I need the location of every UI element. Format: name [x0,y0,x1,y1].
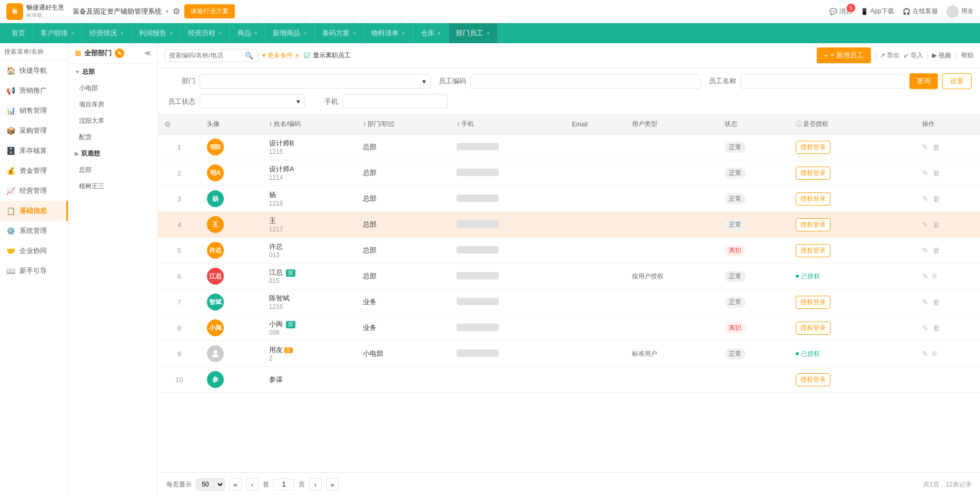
dept-tree-item-project[interactable]: 项目库房 [68,96,157,113]
query-button[interactable]: 查询 [909,73,938,89]
page-size-select[interactable]: 50 100 200 [196,478,225,491]
close-icon[interactable]: × [353,30,356,36]
help-button[interactable]: 帮助 [961,51,974,60]
tab-profit[interactable]: 利润报告 × [132,23,181,43]
tab-home[interactable]: 首页 [4,23,33,43]
delete-icon[interactable]: 🗑 [933,220,940,229]
sidebar-item-quick-nav[interactable]: 🏠 快捷导航 [0,61,68,81]
edit-icon[interactable]: ✎ [922,298,928,306]
emp-code-input[interactable] [470,74,701,89]
tab-history[interactable]: 经营历程 × [181,23,230,43]
import-button[interactable]: ↙ 导入 [904,51,923,60]
auth-button[interactable]: 授权登录 [796,167,830,180]
tab-bom[interactable]: 物料清单 × [364,23,413,43]
auth-button[interactable]: 授权登录 [796,296,830,309]
edit-icon[interactable]: ✎ [922,143,928,151]
sidebar-item-enterprise[interactable]: 🤝 企业协同 [0,241,68,261]
close-icon[interactable]: × [402,30,405,36]
page-input[interactable] [273,479,294,490]
delete-icon[interactable]: 🗑 [933,194,940,203]
more-filter-button[interactable]: ▾ 更多条件 ∧ [262,51,300,60]
close-icon[interactable]: × [219,30,222,36]
sidebar-item-finance[interactable]: 💰 资金管理 [0,161,68,181]
delete-icon[interactable]: 🗑 [933,298,940,306]
tab-add-goods[interactable]: 新增商品 × [265,23,314,43]
last-page-button[interactable]: » [326,478,339,491]
sidebar-item-operation[interactable]: 📈 经营管理 [0,181,68,201]
sidebar-item-inventory[interactable]: 🗄️ 库存核算 [0,141,68,161]
edit-icon[interactable]: ✎ [922,349,928,358]
copy-icon[interactable]: ⎘ [933,272,937,280]
col-phone[interactable]: ↕ 手机 [450,114,566,134]
emp-name-input[interactable] [740,74,905,89]
sidebar-item-guide[interactable]: 📖 新手引导 [0,261,68,281]
message-button[interactable]: 💬 消息 5 [829,7,852,16]
auth-button[interactable]: 授权登录 [796,141,830,154]
close-icon[interactable]: × [71,30,74,36]
dept-tree-item-peihuo[interactable]: 配货 [68,129,157,145]
system-dropdown-arrow[interactable]: ▾ [166,8,169,14]
next-page-button[interactable]: › [309,478,322,491]
delete-icon[interactable]: 🗑 [933,246,940,255]
add-employee-button[interactable]: + + 新增员工 [817,47,871,63]
search-input[interactable] [169,52,243,59]
dept-tree-item-shuanglu[interactable]: ▶ 双鹿想 [68,145,157,162]
app-download-btn[interactable]: 📱 App下载 [860,7,894,16]
dept-tree-parent-head[interactable]: ▼ 总部 [68,64,157,80]
close-icon[interactable]: × [120,30,123,36]
dept-filter-select[interactable]: ▾ [200,74,431,89]
sidebar-item-purchase[interactable]: 📦 采购管理 [0,121,68,141]
close-icon[interactable]: × [303,30,306,36]
dept-collapse-button[interactable]: ≪ [144,50,151,57]
col-dept[interactable]: ↕ 部门/职位 [357,114,450,134]
edit-icon[interactable]: ✎ [922,272,928,280]
delete-icon[interactable]: 🗑 [933,143,940,151]
tab-operation[interactable]: 经营情况 × [82,23,131,43]
sidebar-search-input[interactable] [4,48,68,55]
sidebar-item-system[interactable]: ⚙️ 系统管理 [0,221,68,241]
close-icon[interactable]: × [170,30,173,36]
sidebar-item-sales[interactable]: 📊 销售管理 [0,101,68,121]
edit-icon[interactable]: ✎ [922,194,928,203]
trial-button[interactable]: 体验行业方案 [184,4,235,18]
col-name[interactable]: ↕ 姓名/编码 [263,114,357,134]
edit-icon[interactable]: ✎ [922,246,928,255]
prev-page-button[interactable]: ‹ [246,478,259,491]
tab-warehouse[interactable]: 仓库 × [413,23,449,43]
close-icon[interactable]: × [487,30,490,36]
auth-button[interactable]: 授权登录 [796,373,830,386]
dept-tree-item-shenyang[interactable]: 沈阳大库 [68,113,157,129]
view-button[interactable]: ▶ 视频 [932,51,951,60]
phone-input[interactable] [342,94,448,109]
tab-goods[interactable]: 商品 × [230,23,265,43]
dept-tree-item-xiaodian[interactable]: 小电部 [68,80,157,96]
auth-button[interactable]: 授权登录 [796,244,830,257]
edit-icon[interactable]: ✎ [922,169,928,177]
auth-button[interactable]: 授权登录 [796,192,830,206]
export-button[interactable]: ↗ 导出 [880,51,899,60]
delete-icon[interactable]: 🗑 [933,324,940,332]
tab-dept-employee[interactable]: 部门员工 × [449,23,498,43]
delete-icon[interactable]: 🗑 [933,169,940,177]
tab-barcode[interactable]: 条码方案 × [315,23,364,43]
sidebar-item-basic[interactable]: 📋 基础信息 [0,201,68,221]
edit-icon[interactable]: ✎ [922,220,928,229]
close-icon[interactable]: × [254,30,258,36]
dept-tree-item-zongbu[interactable]: 总部 [68,162,157,178]
tab-customer[interactable]: 客户联络 × [33,23,82,43]
show-resigned-checkbox[interactable]: ☑ 显示离职员工 [304,51,351,60]
dept-tree-item-zhishu[interactable]: 植树王三 [68,178,157,194]
edit-icon[interactable]: ✎ [922,324,928,332]
copy-icon[interactable]: ⎘ [933,349,937,358]
user-menu[interactable]: 用友 [946,5,974,18]
dept-edit-button[interactable]: ✎ [115,48,124,58]
online-support-btn[interactable]: 🎧 在线客服 [903,7,938,16]
auth-button[interactable]: 授权登录 [796,322,830,335]
sidebar-item-marketing[interactable]: 📢 营销推广 [0,81,68,101]
emp-status-select[interactable]: ▾ [200,94,305,109]
close-icon[interactable]: × [438,30,441,36]
col-settings[interactable]: ⚙ [158,114,201,134]
settings-button[interactable]: ⚙ [173,6,180,16]
auth-button[interactable]: 授权登录 [796,218,830,231]
first-page-button[interactable]: « [229,478,242,491]
